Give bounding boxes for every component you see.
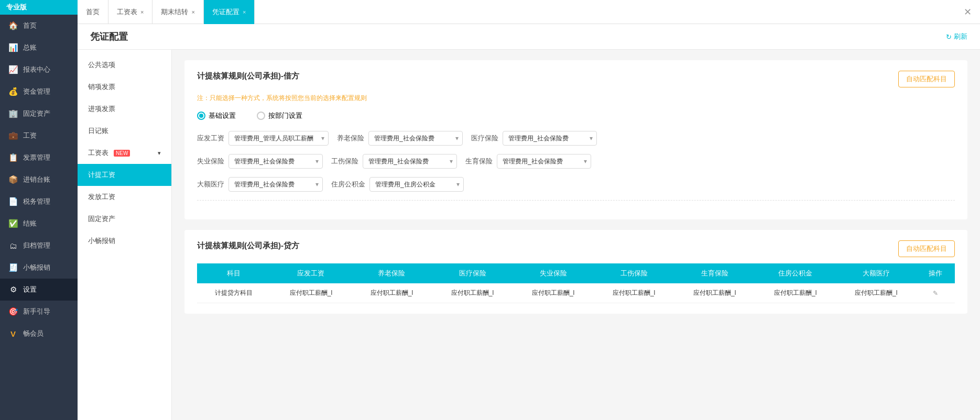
main-area: 首页 工资表 × 期末结转 × 凭证配置 × ✕ 凭证配置 ↻ 刷新 公共选项 bbox=[78, 0, 980, 420]
sidebar-item-guide[interactable]: 🎯 新手引导 bbox=[0, 301, 78, 323]
sidebar-item-settlement[interactable]: ✅ 结账 bbox=[0, 213, 78, 235]
ledger-icon: 📊 bbox=[8, 43, 18, 52]
shengyu-select[interactable]: 管理费用_社会保险费 bbox=[497, 154, 591, 169]
yiliao-select[interactable]: 管理费用_社会保险费 bbox=[503, 131, 597, 146]
field-shengyu: 生育保险 管理费用_社会保险费 bbox=[465, 154, 591, 169]
topbar: 首页 工资表 × 期末结转 × 凭证配置 × ✕ bbox=[78, 0, 980, 24]
section-debit-rules: 计提核算规则(公司承担)-借方 自动匹配科目 注：只能选择一种方式，系统将按照您… bbox=[184, 60, 967, 219]
sidebar-item-fixed-assets[interactable]: 🏢 固定资产 bbox=[0, 103, 78, 125]
sidebar-item-reports[interactable]: 📈 报表中心 bbox=[0, 59, 78, 81]
field-daeyiliao: 大额医疗 管理费用_社会保险费 bbox=[197, 177, 323, 192]
sidebar-item-general-ledger[interactable]: 📊 总账 bbox=[0, 37, 78, 59]
left-nav-xiaochang-expense[interactable]: 小畅报销 bbox=[78, 230, 171, 252]
tab-voucher-config[interactable]: 凭证配置 × bbox=[204, 0, 255, 24]
cell-action[interactable]: ✎ bbox=[917, 283, 955, 303]
gongshang-label: 工伤保险 bbox=[331, 157, 358, 166]
sidebar-item-capital[interactable]: 💰 资金管理 bbox=[0, 81, 78, 103]
xiaochang-icon: 🧾 bbox=[8, 263, 18, 272]
sidebar-item-salary[interactable]: 💼 工资 bbox=[0, 125, 78, 147]
sidebar-item-home[interactable]: 🏠 首页 bbox=[0, 15, 78, 37]
shiye-select[interactable]: 管理费用_社会保险费 bbox=[228, 154, 323, 169]
field-yiliao: 医疗保险 管理费用_社会保险费 bbox=[471, 131, 597, 146]
field-yanglao: 养老保险 管理费用_社会保险费 bbox=[337, 131, 463, 146]
left-nav-public-options[interactable]: 公共选项 bbox=[78, 54, 171, 76]
left-nav-calc-salary[interactable]: 计提工资 bbox=[78, 164, 171, 186]
radio-basic[interactable]: 基础设置 bbox=[197, 111, 236, 120]
sidebar-item-invoice[interactable]: 📋 发票管理 bbox=[0, 147, 78, 169]
tax-icon: 📄 bbox=[8, 197, 18, 206]
main-content: 计提核算规则(公司承担)-借方 自动匹配科目 注：只能选择一种方式，系统将按照您… bbox=[172, 50, 980, 420]
gongshang-select[interactable]: 管理费用_社会保险费 bbox=[363, 154, 457, 169]
page-title: 凭证配置 bbox=[90, 30, 128, 43]
sidebar-item-tax[interactable]: 📄 税务管理 bbox=[0, 191, 78, 213]
shengyu-select-wrapper: 管理费用_社会保险费 bbox=[497, 154, 591, 169]
auto-match-button-1[interactable]: 自动匹配科目 bbox=[898, 71, 955, 87]
gongjijin-select[interactable]: 管理费用_住房公积金 bbox=[369, 177, 464, 192]
cell-yiliao: 应付职工薪酬_l bbox=[432, 283, 513, 303]
refresh-button[interactable]: ↻ 刷新 bbox=[946, 32, 967, 41]
yanglao-select[interactable]: 管理费用_社会保险费 bbox=[368, 131, 463, 146]
refresh-icon: ↻ bbox=[946, 33, 952, 41]
daeyiliao-select[interactable]: 管理费用_社会保险费 bbox=[228, 177, 323, 192]
left-nav-pay-salary[interactable]: 发放工资 bbox=[78, 186, 171, 208]
sidebar-item-xiaochang[interactable]: 🧾 小畅报销 bbox=[0, 257, 78, 279]
form-row-2: 失业保险 管理费用_社会保险费 工伤保险 管理费用_社会保险费 bbox=[197, 154, 955, 169]
th-yiliao: 医疗保险 bbox=[432, 263, 513, 283]
radio-group: 基础设置 按部门设置 bbox=[197, 111, 955, 120]
invoice-icon: 📋 bbox=[8, 153, 18, 162]
settings-icon: ⚙ bbox=[8, 285, 18, 294]
yanglao-label: 养老保险 bbox=[337, 134, 364, 143]
cell-subject: 计提贷方科目 bbox=[197, 283, 270, 303]
radio-basic-circle bbox=[197, 112, 205, 120]
shiye-select-wrapper: 管理费用_社会保险费 bbox=[228, 154, 323, 169]
sales-icon: 📦 bbox=[8, 175, 18, 184]
tab-payroll[interactable]: 工资表 × bbox=[108, 0, 153, 24]
app-name: 专业版 bbox=[0, 0, 78, 15]
left-nav: 公共选项 销项发票 进项发票 日记账 工资表 NEW ▾ 计提工资 bbox=[78, 50, 172, 420]
yingfa-select-wrapper: 管理费用_管理人员职工薪酬 bbox=[228, 131, 329, 146]
auto-match-button-2[interactable]: 自动匹配科目 bbox=[898, 240, 955, 257]
th-subject: 科目 bbox=[197, 263, 270, 283]
capital-icon: 💰 bbox=[8, 87, 18, 96]
sidebar-item-member[interactable]: V 畅会员 bbox=[0, 323, 78, 345]
left-nav-journal[interactable]: 日记账 bbox=[78, 120, 171, 142]
yingfa-select[interactable]: 管理费用_管理人员职工薪酬 bbox=[228, 131, 329, 146]
shengyu-label: 生育保险 bbox=[465, 157, 493, 166]
shiye-label: 失业保险 bbox=[197, 157, 224, 166]
tab-period-close[interactable]: 期末结转 × bbox=[153, 0, 203, 24]
left-nav-purchase-invoice[interactable]: 进项发票 bbox=[78, 98, 171, 120]
close-period-tab[interactable]: × bbox=[191, 9, 194, 15]
yanglao-select-wrapper: 管理费用_社会保险费 bbox=[368, 131, 463, 146]
th-shengyu: 生育保险 bbox=[674, 263, 755, 283]
cell-daeyiliao: 应付职工薪酬_l bbox=[836, 283, 917, 303]
salary-icon: 💼 bbox=[8, 131, 18, 140]
sidebar-item-archive[interactable]: 🗂 归档管理 bbox=[0, 235, 78, 257]
th-gongjijin: 住房公积金 bbox=[755, 263, 836, 283]
cell-shengyu: 应付职工薪酬_l bbox=[674, 283, 755, 303]
close-voucher-tab[interactable]: × bbox=[243, 9, 246, 15]
section2-title: 计提核算规则(公司承担)-贷方 bbox=[197, 241, 299, 251]
th-daeyiliao: 大额医疗 bbox=[836, 263, 917, 283]
sidebar-item-sales-purchase[interactable]: 📦 进销台账 bbox=[0, 169, 78, 191]
section2-header: 计提核算规则(公司承担)-贷方 自动匹配科目 bbox=[197, 240, 955, 257]
edit-icon[interactable]: ✎ bbox=[933, 290, 938, 297]
cell-yanglao: 应付职工薪酬_l bbox=[351, 283, 432, 303]
tab-home[interactable]: 首页 bbox=[78, 0, 108, 24]
cell-yingfa: 应付职工薪酬_l bbox=[270, 283, 351, 303]
th-shiye: 失业保险 bbox=[513, 263, 594, 283]
field-gongshang: 工伤保险 管理费用_社会保险费 bbox=[331, 154, 457, 169]
close-payroll-tab[interactable]: × bbox=[140, 9, 144, 15]
left-nav-payroll-table[interactable]: 工资表 NEW ▾ bbox=[78, 142, 171, 164]
field-gongjijin: 住房公积金 管理费用_住房公积金 bbox=[331, 177, 464, 192]
left-nav-sales-invoice[interactable]: 销项发票 bbox=[78, 76, 171, 98]
new-badge: NEW bbox=[114, 150, 130, 157]
sidebar-item-settings[interactable]: ⚙ 设置 bbox=[0, 279, 78, 301]
left-nav-fixed-assets-sub[interactable]: 固定资产 bbox=[78, 208, 171, 230]
section1-note: 注：只能选择一种方式，系统将按照您当前的选择来配置规则 bbox=[197, 94, 955, 103]
window-close-button[interactable]: ✕ bbox=[955, 6, 980, 18]
gongshang-select-wrapper: 管理费用_社会保险费 bbox=[363, 154, 457, 169]
fixed-assets-icon: 🏢 bbox=[8, 109, 18, 118]
radio-department[interactable]: 按部门设置 bbox=[257, 111, 302, 120]
yiliao-label: 医疗保险 bbox=[471, 134, 498, 143]
form-row-1: 应发工资 管理费用_管理人员职工薪酬 养老保险 管理费用_社会保险费 bbox=[197, 131, 955, 146]
